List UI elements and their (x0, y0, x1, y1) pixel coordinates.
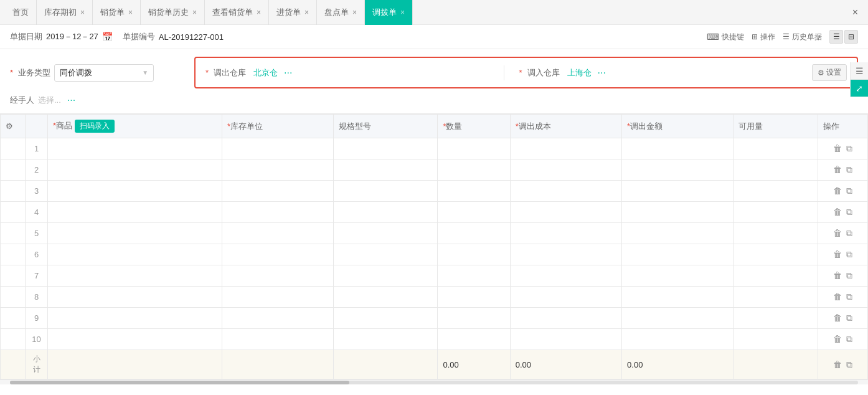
subtotal-num-cell: 小计 (26, 350, 48, 379)
delete-row-3-button[interactable]: 🗑 (832, 184, 843, 197)
table-row: 7 🗑 ⧉ (1, 265, 868, 287)
horizontal-scrollbar[interactable] (0, 379, 868, 384)
delete-row-9-button[interactable]: 🗑 (832, 312, 843, 324)
calendar-icon[interactable]: 📅 (102, 32, 113, 42)
tab-transfer[interactable]: 调拨单 × (365, 0, 413, 25)
tab-view-sales[interactable]: 查看销货单 × (205, 0, 269, 25)
tab-close-sales-order[interactable]: × (128, 8, 133, 17)
cell-amount-6 (622, 244, 734, 265)
subtotal-goods-cell (48, 350, 222, 379)
tab-sales-order[interactable]: 销货单 × (93, 0, 141, 25)
grid-view-button[interactable]: ⊟ (844, 30, 858, 44)
cell-goods-2[interactable] (48, 159, 222, 181)
cell-goods-6[interactable] (48, 244, 222, 265)
cell-qty-6[interactable] (438, 244, 510, 265)
list-view-button[interactable]: ☰ (829, 30, 843, 44)
delete-row-8-button[interactable]: 🗑 (832, 290, 843, 303)
subtotal-copy-button[interactable]: ⧉ (845, 358, 854, 371)
tab-home[interactable]: 首页 (5, 0, 37, 25)
shortcut-button[interactable]: ⌨ 快捷键 (707, 32, 744, 42)
cell-qty-5[interactable] (438, 223, 510, 244)
delete-row-6-button[interactable]: 🗑 (832, 248, 843, 260)
delete-row-5-button[interactable]: 🗑 (832, 227, 843, 239)
settings-button[interactable]: ⚙ 设置 (812, 64, 847, 81)
transfer-out-value[interactable]: 北京仓 (253, 67, 278, 79)
tab-inventory-init[interactable]: 库存期初 × (37, 0, 93, 25)
cell-available-6 (734, 244, 818, 265)
delete-row-1-button[interactable]: 🗑 (832, 142, 843, 155)
cell-qty-8[interactable] (438, 287, 510, 308)
cell-qty-9[interactable] (438, 308, 510, 329)
transfer-out-more-icon[interactable]: ··· (284, 67, 292, 79)
number-value: AL-20191227-001 (159, 32, 224, 42)
cell-unit-6 (222, 244, 334, 265)
close-all-tabs-button[interactable]: × (847, 7, 863, 18)
cell-qty-2[interactable] (438, 159, 510, 181)
delete-row-4-button[interactable]: 🗑 (832, 206, 843, 218)
copy-row-3-button[interactable]: ⧉ (845, 184, 854, 198)
copy-row-7-button[interactable]: ⧉ (845, 269, 854, 282)
cell-settings-4 (1, 202, 26, 223)
copy-row-1-button[interactable]: ⧉ (845, 142, 854, 155)
person-label: 经手人 (10, 95, 34, 106)
cell-unit-2 (222, 159, 334, 181)
copy-row-8-button[interactable]: ⧉ (845, 290, 854, 303)
delete-row-10-button[interactable]: 🗑 (832, 333, 843, 345)
cell-goods-5[interactable] (48, 223, 222, 244)
cell-spec-2 (334, 159, 438, 181)
required-star-in: * (519, 68, 522, 77)
cell-goods-4[interactable] (48, 202, 222, 223)
cell-qty-4[interactable] (438, 202, 510, 223)
tab-close-view-sales[interactable]: × (257, 8, 261, 17)
right-panel-expand-button[interactable]: ⤢ (851, 80, 868, 97)
subtotal-row: 小计 0.00 0.00 0.00 🗑 ⧉ (1, 350, 868, 379)
cell-cost-4 (510, 202, 621, 223)
th-cost: *调出成本 (510, 115, 621, 138)
required-star-amount: * (627, 121, 630, 131)
cell-goods-7[interactable] (48, 265, 222, 287)
history-button[interactable]: ☰ 历史单据 (783, 32, 822, 42)
copy-row-6-button[interactable]: ⧉ (845, 248, 854, 261)
cell-qty-7[interactable] (438, 265, 510, 287)
cell-goods-10[interactable] (48, 329, 222, 350)
cell-goods-3[interactable] (48, 181, 222, 202)
cell-unit-1 (222, 138, 334, 159)
cell-goods-1[interactable] (48, 138, 222, 159)
cell-op-4: 🗑 ⧉ (818, 202, 868, 223)
cell-goods-8[interactable] (48, 287, 222, 308)
tab-close-sales-history[interactable]: × (192, 8, 197, 17)
tab-purchase[interactable]: 进货单 × (269, 0, 317, 25)
delete-row-7-button[interactable]: 🗑 (832, 269, 843, 282)
warehouse-section: * 调出仓库 北京仓 ··· * 调入仓库 上海仓 ··· ⚙ 设置 (194, 57, 858, 88)
subtotal-cost-cell: 0.00 (510, 350, 621, 379)
scrollbar-thumb[interactable] (10, 381, 349, 384)
copy-row-2-button[interactable]: ⧉ (845, 163, 854, 176)
right-panel-list-button[interactable]: ☰ (851, 62, 868, 80)
subtotal-delete-button[interactable]: 🗑 (832, 358, 843, 371)
tab-sales-history[interactable]: 销货单历史 × (141, 0, 205, 25)
copy-row-5-button[interactable]: ⧉ (845, 227, 854, 240)
transfer-in-more-icon[interactable]: ··· (598, 67, 606, 79)
person-input[interactable]: 选择... (38, 95, 61, 106)
date-value[interactable]: 2019－12－27 (46, 31, 98, 42)
person-more-icon[interactable]: ··· (67, 95, 75, 106)
business-type-select[interactable]: 同价调拨 ▼ (54, 64, 154, 82)
cell-qty-10[interactable] (438, 329, 510, 350)
copy-row-9-button[interactable]: ⧉ (845, 312, 854, 325)
tab-close-transfer[interactable]: × (400, 8, 405, 17)
settings-col-icon[interactable]: ⚙ (6, 121, 13, 131)
copy-row-4-button[interactable]: ⧉ (845, 206, 854, 219)
cell-qty-3[interactable] (438, 181, 510, 202)
scan-button[interactable]: 扫码录入 (75, 120, 115, 133)
operation-button[interactable]: ⊞ 操作 (752, 32, 775, 42)
cell-settings-10 (1, 329, 26, 350)
tab-close-inventory-check[interactable]: × (352, 8, 357, 17)
cell-qty-1[interactable] (438, 138, 510, 159)
delete-row-2-button[interactable]: 🗑 (832, 163, 843, 176)
tab-close-purchase[interactable]: × (304, 8, 309, 17)
tab-inventory-check[interactable]: 盘点单 × (317, 0, 365, 25)
transfer-in-value[interactable]: 上海仓 (567, 67, 592, 79)
tab-close-inventory-init[interactable]: × (80, 8, 85, 17)
cell-goods-9[interactable] (48, 308, 222, 329)
copy-row-10-button[interactable]: ⧉ (845, 333, 854, 346)
